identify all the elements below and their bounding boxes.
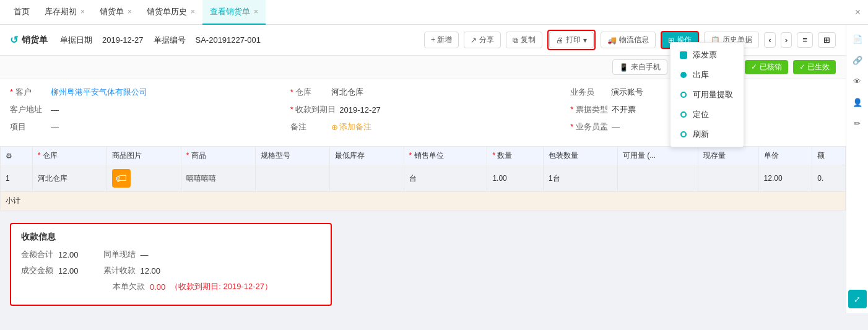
tab-sales-order[interactable]: 销货单 ×: [92, 0, 139, 25]
cumulative-value: 12.00: [141, 266, 161, 276]
payment-row-2: 成交金额 12.00 累计收款 12.00: [21, 265, 321, 276]
sidebar-doc-icon[interactable]: 📄: [848, 30, 867, 48]
outbound-item[interactable]: 出库: [671, 65, 744, 85]
total-value: 12.00: [58, 250, 79, 259]
cell-image: 🏷: [106, 165, 181, 192]
close-view-sales-tab[interactable]: ×: [254, 7, 258, 16]
th-image: 商品图片: [106, 147, 181, 165]
customer-value[interactable]: 柳州粤港平安气体有限公司: [51, 87, 147, 98]
owe-label: 本单欠款: [113, 281, 145, 292]
effective-badge[interactable]: ✓ 已生效: [793, 60, 836, 74]
add-invoice-icon: [679, 51, 688, 59]
tab-sales-history[interactable]: 销货单历史 ×: [139, 0, 202, 25]
warehouse-value: 河北仓库: [331, 87, 363, 98]
warehouse-label: 仓库: [290, 87, 328, 98]
note-label: 备注: [290, 121, 328, 132]
cell-product: 嘻嘻嘻嘻: [181, 165, 255, 192]
locate-icon: [679, 110, 688, 119]
ticket-label: 票据类型: [570, 104, 608, 115]
th-amount: 额: [812, 147, 846, 165]
close-history-tab[interactable]: ×: [191, 7, 195, 16]
payment-row-3: 本单欠款 0.00 （收款到期日: 2019-12-27）: [21, 281, 321, 292]
product-image: 🏷: [112, 169, 131, 188]
th-warehouse: 仓库: [32, 147, 106, 165]
close-sales-tab[interactable]: ×: [128, 7, 132, 16]
sidebar-user-icon[interactable]: 👤: [848, 93, 867, 111]
next-button[interactable]: ›: [781, 32, 792, 48]
cumulative-label: 累计收款: [103, 265, 136, 276]
deal-amount-item: 成交金额 12.00: [21, 265, 79, 276]
same-order-value: —: [141, 250, 149, 259]
cumulative-item: 累计收款 12.00: [103, 265, 161, 276]
same-order-label: 同单现结: [103, 249, 136, 260]
close-inventory-tab[interactable]: ×: [80, 7, 85, 16]
sidebar-link-icon[interactable]: 🔗: [848, 51, 867, 69]
subtotal-row: 小计: [1, 192, 846, 211]
add-note-button[interactable]: ⊕ 添加备注: [331, 121, 371, 132]
cell-row-num: 1: [1, 165, 33, 192]
due-date-note: （收款到期日: 2019-12-27）: [170, 281, 272, 292]
cell-unit-price: 12.00: [758, 165, 812, 192]
print-dropdown-icon: ▾: [583, 36, 587, 45]
refresh-icon: [679, 130, 688, 139]
owe-item: 本单欠款 0.00 （收款到期日: 2019-12-27）: [113, 281, 272, 292]
available-extract-item[interactable]: 可用量提取: [671, 85, 744, 105]
due-date-field: 收款到期日 2019-12-27: [290, 104, 556, 115]
doc-no-label: 单据编号: [154, 35, 186, 46]
prev-button[interactable]: ‹: [764, 32, 775, 48]
list-view-button[interactable]: ≡: [797, 32, 813, 48]
note-field: 备注 ⊕ 添加备注: [290, 121, 556, 132]
owe-value: 0.00: [150, 282, 165, 292]
right-sidebar: 📄 🔗 👁 👤 ✏ ⤢: [846, 25, 868, 313]
due-date-value: 2019-12-27: [339, 105, 381, 115]
th-settings[interactable]: ⚙: [1, 147, 33, 165]
th-available: 可用量 (...: [617, 147, 698, 165]
grid-view-button[interactable]: ⊞: [818, 32, 836, 48]
th-product: 商品: [181, 147, 255, 165]
doc-meta: 单据日期 2019-12-27 单据编号 SA-20191227-001: [60, 35, 261, 46]
table-header-row: ⚙ 仓库 商品图片 商品 规格型号 最低库存 销售单位 数量 包装数量 可用量 …: [1, 147, 846, 165]
new-button[interactable]: + 新增: [424, 32, 459, 48]
sidebar-expand-icon[interactable]: ⤢: [848, 290, 867, 308]
deal-amount-label: 成交金额: [21, 265, 53, 276]
share-icon: ↗: [471, 36, 477, 45]
payment-row-1: 金额合计 12.00 同单现结 —: [21, 249, 321, 260]
sidebar-edit-icon[interactable]: ✏: [848, 114, 867, 132]
project-value: —: [51, 123, 59, 132]
print-button[interactable]: 🖨 打印 ▾: [549, 32, 594, 48]
cell-unit: 台: [404, 165, 487, 192]
copy-button[interactable]: ⧉ 复制: [506, 32, 542, 48]
from-phone-button[interactable]: 📱 来自手机: [612, 59, 667, 75]
close-all-tabs[interactable]: ×: [855, 7, 861, 18]
tab-inventory-start[interactable]: 库存期初 ×: [37, 0, 92, 25]
cell-quantity: 1.00: [487, 165, 543, 192]
th-unit: 销售单位: [404, 147, 487, 165]
same-order-item: 同单现结 —: [103, 249, 149, 260]
total-label: 金额合计: [21, 249, 53, 260]
refresh-item[interactable]: 刷新: [671, 124, 744, 144]
phone-icon: 📱: [619, 63, 628, 72]
sidebar-eye-icon[interactable]: 👁: [848, 72, 867, 90]
doc-date-label: 单据日期: [60, 35, 92, 46]
staff2-value: —: [612, 123, 620, 132]
add-invoice-item[interactable]: 添发票: [671, 45, 744, 65]
logistics-button[interactable]: 🚚 物流信息: [601, 32, 656, 48]
print-icon: 🖨: [556, 36, 563, 45]
locate-item[interactable]: 定位: [671, 105, 744, 124]
th-current: 现存量: [698, 147, 758, 165]
confirmed-badge[interactable]: ✓ 已核销: [745, 60, 788, 74]
cell-spec: [255, 165, 329, 192]
doc-title: ↺ 销货单: [10, 34, 48, 46]
deal-amount-value: 12.00: [58, 266, 79, 276]
doc-date-value: 2019-12-27: [102, 35, 144, 45]
cell-pack-qty: 1台: [543, 165, 617, 192]
cell-available: [617, 165, 698, 192]
tab-view-sales[interactable]: 查看销货单 ×: [202, 0, 266, 25]
tab-home[interactable]: 首页: [6, 0, 37, 25]
customer-label: 客户: [10, 87, 47, 98]
th-min-stock: 最低库存: [329, 147, 404, 165]
sales-table: ⚙ 仓库 商品图片 商品 规格型号 最低库存 销售单位 数量 包装数量 可用量 …: [0, 146, 846, 211]
available-extract-icon: [679, 90, 688, 99]
staff-value: 演示账号: [611, 87, 643, 98]
share-button[interactable]: ↗ 分享: [464, 32, 501, 48]
